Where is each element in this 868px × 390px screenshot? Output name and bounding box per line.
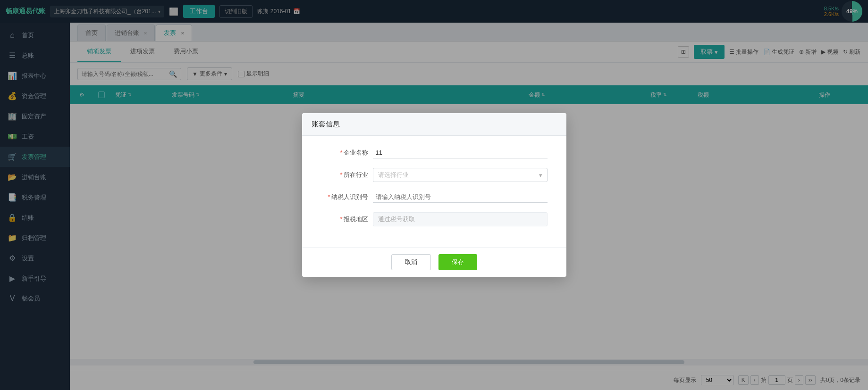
required-marker-3: * [328, 193, 330, 200]
industry-chevron-icon: ▾ [539, 172, 542, 179]
required-marker-2: * [340, 171, 342, 178]
tax-id-input[interactable] [373, 191, 548, 203]
save-button[interactable]: 保存 [438, 254, 477, 270]
industry-label: *所在行业 [321, 171, 373, 179]
tax-region-label: *报税地区 [321, 215, 373, 224]
form-row-industry: *所在行业 请选择行业 ▾ [321, 168, 548, 182]
company-name-input[interactable] [373, 147, 548, 158]
industry-placeholder: 请选择行业 [378, 171, 409, 179]
industry-select[interactable]: 请选择行业 ▾ [373, 168, 548, 182]
dialog-footer: 取消 保存 [302, 247, 566, 277]
required-marker: * [340, 149, 342, 156]
required-marker-4: * [340, 216, 342, 223]
modal-overlay[interactable]: 账套信息 *企业名称 *所在行业 请选择行业 ▾ [0, 0, 868, 390]
form-row-tax-id: *纳税人识别号 [321, 191, 548, 203]
tax-id-label: *纳税人识别号 [321, 193, 373, 201]
account-info-dialog: 账套信息 *企业名称 *所在行业 请选择行业 ▾ [302, 113, 566, 277]
dialog-title: 账套信息 [312, 120, 340, 128]
company-name-label: *企业名称 [321, 149, 373, 157]
dialog-body: *企业名称 *所在行业 请选择行业 ▾ *纳税人识别号 [302, 136, 566, 247]
cancel-button[interactable]: 取消 [391, 254, 431, 270]
form-row-tax-region: *报税地区 通过税号获取 [321, 212, 548, 226]
tax-region-field: 通过税号获取 [373, 212, 548, 226]
dialog-header: 账套信息 [302, 113, 566, 136]
form-row-company-name: *企业名称 [321, 147, 548, 158]
